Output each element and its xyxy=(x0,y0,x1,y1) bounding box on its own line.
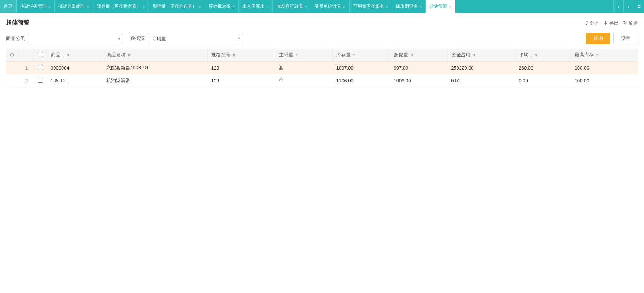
nav-tab-3-label: 现存量（库存状况表） xyxy=(97,3,141,10)
col-header-product-code-label: 商品... xyxy=(51,52,65,58)
row-capital-usage-1: 0.00 xyxy=(447,74,515,87)
nav-tab-5[interactable]: 库存批次账 × xyxy=(205,0,239,13)
col-header-over-stock-label: 超储量 xyxy=(394,52,408,58)
col-header-stock-qty[interactable]: 库存量 ⇅ xyxy=(333,49,390,62)
nav-tab-3-close[interactable]: × xyxy=(143,4,145,9)
nav-tab-11-label: 超储预警 xyxy=(429,3,447,10)
col-sort-product-name[interactable]: ⇅ xyxy=(128,53,131,57)
row-capital-usage-0: 259220.00 xyxy=(447,62,515,74)
row-settings-0 xyxy=(6,62,19,74)
nav-tab-8[interactable]: 要货单统计表 × xyxy=(311,0,349,13)
col-header-max-stock[interactable]: 最高库存 ⇅ xyxy=(571,49,638,62)
row-checkbox-cell-1 xyxy=(34,74,47,87)
col-header-capital-usage[interactable]: 资金占用 ⇅ xyxy=(447,49,515,62)
page-container: 超储预警 ⤴ 分享 ⬇ 导出 ↻ 刷新 商品分类 ▾ xyxy=(0,13,644,293)
data-source-select-wrapper: 可用量 实际量 ▾ xyxy=(148,33,243,44)
nav-tab-10-close[interactable]: × xyxy=(420,4,422,9)
nav-tab-1-label: 拣货任务管理 xyxy=(20,3,47,10)
share-button[interactable]: ⤴ 分享 xyxy=(586,20,599,26)
data-source-label: 数据源 xyxy=(131,35,145,42)
row-avg-1: 0.00 xyxy=(515,74,571,87)
col-header-checkbox xyxy=(34,49,47,62)
select-all-checkbox[interactable] xyxy=(38,52,43,57)
nav-tab-home-label: 首页 xyxy=(4,3,12,10)
col-sort-product-code[interactable]: ⇅ xyxy=(66,53,69,57)
nav-tab-4-close[interactable]: × xyxy=(198,4,201,9)
col-sort-avg[interactable]: ⇅ xyxy=(534,53,537,57)
nav-tab-7[interactable]: 收发存汇总表 × xyxy=(273,0,311,13)
row-over-stock-0: 997.00 xyxy=(390,62,447,74)
table-header-row: ⚙ 商品... ⇅ 商品名称 ⇅ 规格型号 ⇅ xyxy=(6,49,638,62)
refresh-icon: ↻ xyxy=(623,20,627,26)
page-title: 超储预警 xyxy=(6,19,29,27)
nav-tab-6-label: 出入库流水 xyxy=(242,3,264,10)
export-icon: ⬇ xyxy=(604,20,608,26)
nav-tab-11-close[interactable]: × xyxy=(449,4,451,9)
nav-tab-9-close[interactable]: × xyxy=(386,4,388,9)
col-header-spec-model[interactable]: 规格型号 ⇅ xyxy=(208,49,275,62)
settings-icon[interactable]: ⚙ xyxy=(10,52,14,58)
nav-tab-6[interactable]: 出入库流水 × xyxy=(239,0,272,13)
nav-tab-8-close[interactable]: × xyxy=(343,4,345,9)
row-max-stock-0: 100.00 xyxy=(571,62,638,74)
nav-tab-9[interactable]: 可用量库存账本 × xyxy=(350,0,392,13)
query-button[interactable]: 查询 xyxy=(586,33,610,44)
filter-data-source: 数据源 可用量 实际量 ▾ xyxy=(131,33,243,44)
nav-prev-button[interactable]: ‹ xyxy=(613,0,623,13)
col-sort-spec-model[interactable]: ⇅ xyxy=(233,53,235,57)
nav-tab-2[interactable]: 拣货异常处理 × xyxy=(55,0,93,13)
row-main-unit-0: 套 xyxy=(275,62,333,74)
header-actions: ⤴ 分享 ⬇ 导出 ↻ 刷新 xyxy=(586,20,638,26)
data-source-select[interactable]: 可用量 实际量 xyxy=(148,33,243,44)
commodity-category-select-wrapper: ▾ xyxy=(28,33,123,44)
export-button[interactable]: ⬇ 导出 xyxy=(604,20,619,26)
nav-tab-2-close[interactable]: × xyxy=(87,4,89,9)
refresh-button[interactable]: ↻ 刷新 xyxy=(623,20,638,26)
nav-tab-7-close[interactable]: × xyxy=(305,4,307,9)
nav-tab-11[interactable]: 超储预警 × xyxy=(426,0,455,13)
row-settings-1 xyxy=(6,74,19,87)
nav-tab-1[interactable]: 拣货任务管理 × xyxy=(17,0,55,13)
nav-tab-1-close[interactable]: × xyxy=(48,4,51,9)
nav-next-button[interactable]: › xyxy=(623,0,634,13)
col-header-avg[interactable]: 平均... ⇅ xyxy=(515,49,571,62)
col-header-capital-usage-label: 资金占用 xyxy=(451,52,471,58)
row-max-stock-1: 100.00 xyxy=(571,74,638,87)
nav-tab-6-close[interactable]: × xyxy=(266,4,268,9)
top-nav: 首页 拣货任务管理 × 拣货异常处理 × 现存量（库存状况表） × 现存量（库存… xyxy=(0,0,644,13)
row-product-code-0: 0000004 xyxy=(47,62,103,74)
row-checkbox-cell-0 xyxy=(34,62,47,74)
nav-tab-5-label: 库存批次账 xyxy=(209,3,231,10)
table-row: 1 0000004 六配套新昌490BPG 123 套 1097.00 997.… xyxy=(6,62,638,74)
col-sort-over-stock[interactable]: ⇅ xyxy=(410,53,413,57)
row-product-name-0: 六配套新昌490BPG xyxy=(103,62,208,74)
row-over-stock-1: 1006.00 xyxy=(390,74,447,87)
col-sort-main-unit[interactable]: ⇅ xyxy=(295,53,298,57)
nav-more-button[interactable]: ≡ xyxy=(634,0,644,13)
set-button[interactable]: 设置 xyxy=(613,33,638,44)
row-checkbox-1[interactable] xyxy=(38,78,43,83)
col-header-product-name[interactable]: 商品名称 ⇅ xyxy=(103,49,208,62)
share-label: 分享 xyxy=(590,20,599,26)
col-header-product-code[interactable]: 商品... ⇅ xyxy=(47,49,103,62)
col-header-main-unit[interactable]: 主计量 ⇅ xyxy=(275,49,333,62)
nav-tab-10-label: 保质期查询 xyxy=(396,3,418,10)
nav-tab-9-label: 可用量库存账本 xyxy=(353,3,384,10)
row-index-1: 2 xyxy=(19,74,34,87)
commodity-category-label: 商品分类 xyxy=(6,35,25,42)
row-checkbox-0[interactable] xyxy=(38,65,43,70)
nav-tab-10[interactable]: 保质期查询 × xyxy=(392,0,426,13)
col-sort-max-stock[interactable]: ⇅ xyxy=(596,53,599,57)
col-sort-capital-usage[interactable]: ⇅ xyxy=(472,53,475,57)
nav-tab-4-label: 现存量（库存分布表） xyxy=(153,3,197,10)
nav-tab-home[interactable]: 首页 xyxy=(0,0,17,13)
col-header-max-stock-label: 最高库存 xyxy=(575,52,594,58)
col-header-over-stock[interactable]: 超储量 ⇅ xyxy=(390,49,447,62)
nav-tab-3[interactable]: 现存量（库存状况表） × xyxy=(93,0,149,13)
nav-tab-5-close[interactable]: × xyxy=(233,4,235,9)
col-sort-stock-qty[interactable]: ⇅ xyxy=(353,53,356,57)
nav-tab-4[interactable]: 现存量（库存分布表） × xyxy=(149,0,205,13)
row-avg-0: 260.00 xyxy=(515,62,571,74)
row-spec-model-1: 123 xyxy=(208,74,275,87)
commodity-category-select[interactable] xyxy=(28,33,123,44)
